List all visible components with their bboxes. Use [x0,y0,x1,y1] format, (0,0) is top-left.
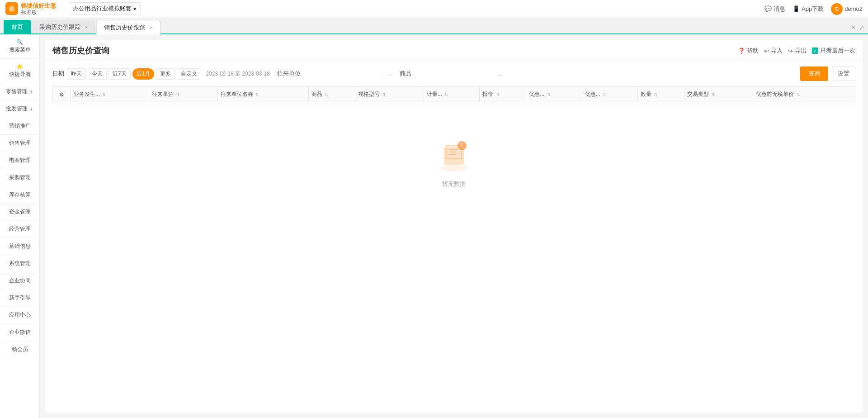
empty-icon: ! [436,138,472,175]
sidebar-item-purchase[interactable]: 采购管理 [0,169,39,186]
sidebar-item-apps[interactable]: 应用中心 [0,307,39,324]
sort-icon: ⇅ [711,92,715,97]
date-1month[interactable]: 近1月 [132,68,155,80]
brand-logo: 畅 畅捷信好生意 标准版 [5,2,56,16]
header-right: 💬 消息 📱 App下载 D demo2 [764,3,863,15]
message-button[interactable]: 💬 消息 [764,5,785,13]
th-settings[interactable]: ⚙ [53,87,71,102]
sort-icon: ⇅ [496,92,500,97]
help-button[interactable]: ❓ 帮助 [738,47,759,55]
th-unit[interactable]: 计量... ⇅ [424,87,479,102]
sidebar-item-wholesale[interactable]: 批发管理 ▲ [0,100,39,118]
sidebar-item-shortcut[interactable]: ⭐ 快捷导航 [0,59,39,83]
only-last-toggle[interactable]: 只看最后一次 [812,47,855,55]
date-7days[interactable]: 近7天 [108,68,131,80]
sidebar-item-basic[interactable]: 基础信息 [0,238,39,255]
sidebar-item-member[interactable]: 畅会员 [0,341,39,358]
sidebar-item-system[interactable]: 系统管理 [0,255,39,272]
goods-dots: ... [498,71,503,77]
th-discount2[interactable]: 优惠... ⇅ [582,87,637,102]
sidebar-item-guide[interactable]: 新手引导 [0,290,39,307]
settings-button[interactable]: 设置 [832,66,855,81]
app-download-button[interactable]: 📱 App下载 [793,5,824,13]
avatar: D [831,3,843,15]
th-quote[interactable]: 报价 ⇅ [480,87,526,102]
sort-icon: ⇅ [603,92,606,97]
expand-icon: ▼ [29,89,34,94]
window-maximize-button[interactable]: ⤢ [859,24,864,31]
goods-label: 商品 [400,70,411,78]
brand-icon: 畅 [5,2,18,15]
date-today[interactable]: 今天 [88,68,107,80]
sidebar-item-operations[interactable]: 经营管理 [0,221,39,238]
sidebar-item-search[interactable]: 🔍 搜索菜单 [0,34,39,59]
tab-home[interactable]: 首页 [4,20,31,33]
sidebar-item-wechat[interactable]: 企业微信 [0,324,39,341]
th-partner-name[interactable]: 往来单位名称 ⇅ [217,87,308,102]
svg-text:!: ! [460,142,462,149]
date-filter-group: 日期 昨天 今天 近7天 近1月 更多 自定义 2023-02-18 至 202… [52,68,270,80]
date-buttons: 昨天 今天 近7天 近1月 更多 自定义 [67,68,201,80]
table-header-row: ⚙ 业务发生... ⇅ 往来单位 ⇅ 往来单位名称 [53,87,855,102]
sort-icon: ⇅ [547,92,551,97]
sidebar-item-corp[interactable]: 企业协同 [0,272,39,290]
th-partner-code[interactable]: 往来单位 ⇅ [149,87,217,102]
sidebar-item-finance[interactable]: 资金管理 [0,204,39,221]
search-icon: 🔍 [16,39,23,45]
sidebar-item-ecommerce[interactable]: 电商管理 [0,152,39,169]
date-yesterday[interactable]: 昨天 [67,68,86,80]
shortcut-icon: ⭐ [16,63,23,70]
sort-icon: ⇅ [797,92,800,97]
top-header: 畅 畅捷信好生意 标准版 办公用品行业模拟账套 ▾ 💬 消息 📱 App下载 D… [0,0,868,18]
import-button[interactable]: ↩ 导入 [764,47,783,55]
content-area: 销售历史价查询 ❓ 帮助 ↩ 导入 ↪ 导出 [40,34,868,418]
partner-input[interactable] [303,69,385,78]
tab-sales-label: 销售历史价跟踪 [104,24,145,32]
tab-purchase-close[interactable]: × [85,24,88,30]
tab-purchase[interactable]: 采购历史价跟踪 × [32,20,95,33]
filter-bar: 日期 昨天 今天 近7天 近1月 更多 自定义 2023-02-18 至 202… [45,61,863,86]
data-table: ⚙ 业务发生... ⇅ 往来单位 ⇅ 往来单位名称 [52,86,855,102]
svg-point-2 [441,164,467,171]
sidebar-item-inventory[interactable]: 库存核算 [0,186,39,204]
partner-label: 往来单位 [277,70,301,78]
export-button[interactable]: ↪ 导出 [788,47,807,55]
date-more[interactable]: 更多 [156,68,175,80]
goods-filter: 商品 ... [400,69,503,78]
window-close-button[interactable]: × [851,24,855,32]
sort-icon: ⇅ [325,92,328,97]
import-icon: ↩ [764,48,769,54]
export-icon: ↪ [788,48,793,54]
sidebar-item-sales-mgmt[interactable]: 销售管理 [0,135,39,152]
th-qty[interactable]: 数量 ⇅ [638,87,684,102]
sort-icon: ⇅ [176,92,179,97]
th-goods[interactable]: 商品 ⇅ [308,87,355,102]
partner-dots: ... [387,71,392,77]
page-header: 销售历史价查询 ❓ 帮助 ↩ 导入 ↪ 导出 [45,40,863,61]
help-icon: ❓ [738,48,745,54]
svg-text:畅: 畅 [9,7,14,11]
sidebar: 🔍 搜索菜单 ⭐ 快捷导航 零售管理 ▼ 批发管理 ▲ 营销推广 销售管理 电商… [0,34,40,418]
th-discount1[interactable]: 优惠... ⇅ [526,87,582,102]
date-custom[interactable]: 自定义 [177,68,201,80]
tab-home-label: 首页 [11,23,23,31]
user-menu[interactable]: D demo2 [831,3,863,15]
tab-sales[interactable]: 销售历史价跟踪 × [96,21,160,34]
page-card: 销售历史价查询 ❓ 帮助 ↩ 导入 ↪ 导出 [45,40,863,413]
th-spec[interactable]: 规格型号 ⇅ [355,87,424,102]
th-pretax-price[interactable]: 优惠前无税单价 ⇅ [753,87,855,102]
date-label: 日期 [52,70,64,78]
partner-filter: 往来单位 ... [277,69,392,78]
message-icon: 💬 [764,5,772,12]
chevron-down-icon: ▾ [133,5,137,12]
sort-icon: ⇅ [382,92,386,97]
goods-input[interactable] [414,69,495,78]
sidebar-item-retail[interactable]: 零售管理 ▼ [0,83,39,100]
company-selector[interactable]: 办公用品行业模拟账套 ▾ [69,2,141,15]
query-button[interactable]: 查询 [800,66,828,81]
tab-sales-close[interactable]: × [150,25,152,30]
th-trade-type[interactable]: 交易类型 ⇅ [684,87,753,102]
sidebar-item-marketing[interactable]: 营销推广 [0,118,39,135]
date-range: 2023-02-18 至 2023-03-18 [206,70,269,78]
th-biz-date[interactable]: 业务发生... ⇅ [71,87,149,102]
